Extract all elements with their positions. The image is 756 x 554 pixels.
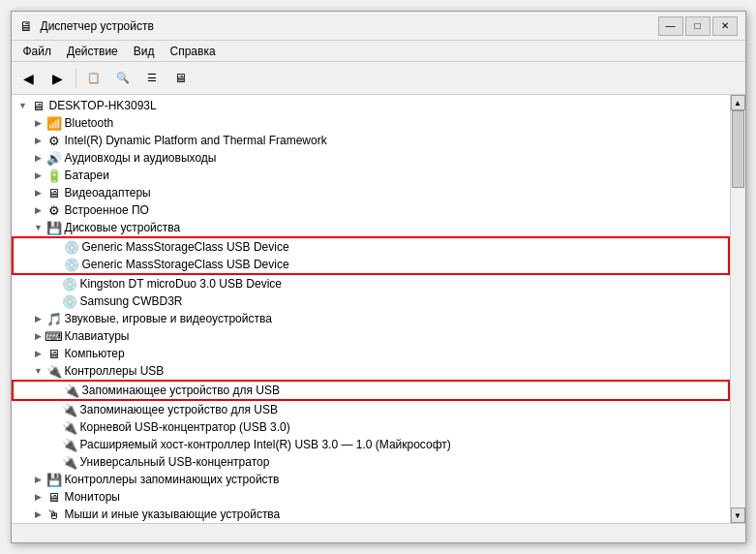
usb-expander[interactable]: ▼ [31, 363, 46, 379]
tree-item-generic-usb-1[interactable]: 💿 Generic MassStorageClass USB Device [14, 238, 728, 256]
storage-ctrl-icon: 💾 [46, 472, 62, 487]
scrollbar-track[interactable] [731, 110, 745, 508]
tree-item-usb-storage-2[interactable]: 🔌 Запоминающее устройство для USB [12, 401, 730, 418]
tree-item-generic-usb-2[interactable]: 💿 Generic MassStorageClass USB Device [14, 256, 728, 273]
menu-help[interactable]: Справка [163, 43, 224, 60]
tree-item-kingston[interactable]: 💿 Kingston DT microDuo 3.0 USB Device [12, 275, 730, 292]
tree-item-usb-storage-1[interactable]: 🔌 Запоминающее устройство для USB [14, 382, 728, 399]
menu-file[interactable]: Файл [15, 43, 60, 60]
disk-icon: 💾 [46, 220, 62, 235]
tree-item-batteries[interactable]: ▶ 🔋 Батареи [12, 167, 730, 184]
window-icon: 🖥 [19, 18, 35, 34]
toolbar-refresh-button[interactable]: 🔍 [109, 66, 136, 91]
usb-icon: 🔌 [46, 363, 62, 379]
toolbar: ◀ ▶ 📋 🔍 ☰ 🖥 [12, 62, 745, 95]
bluetooth-label: Bluetooth [65, 116, 114, 130]
title-bar: 🖥 Диспетчер устройств — □ ✕ [12, 12, 745, 41]
sound-icon: 🎵 [46, 311, 62, 326]
tree-root[interactable]: ▼ 🖥 DESKTOP-HK3093L [12, 97, 730, 114]
kingston-expander [46, 276, 62, 292]
tree-item-firmware[interactable]: ▶ ⚙ Встроенное ПО [12, 201, 730, 219]
usb-hub-icon: 🔌 [62, 454, 77, 470]
video-icon: 🖥 [46, 185, 62, 200]
minimize-button[interactable]: — [658, 16, 683, 36]
toolbar-back-button[interactable]: ◀ [15, 66, 43, 91]
tree-item-audio[interactable]: ▶ 🔊 Аудиовходы и аудиовыходы [12, 149, 730, 167]
root-icon: 🖥 [31, 98, 46, 113]
sound-expander[interactable]: ▶ [31, 311, 46, 326]
batteries-expander[interactable]: ▶ [31, 168, 46, 183]
samsung-expander [46, 293, 62, 309]
usb-hub-expander [46, 454, 62, 470]
audio-expander[interactable]: ▶ [31, 150, 46, 166]
tree-item-mice[interactable]: ▶ 🖱 Мыши и иные указывающие устройства [12, 506, 730, 523]
root-label: DESKTOP-HK3093L [49, 99, 157, 112]
tree-item-computer[interactable]: ▶ 🖥 Компьютер [12, 345, 730, 362]
storage-ctrl-label: Контроллеры запоминающих устройств [65, 473, 280, 486]
tree-item-video[interactable]: ▶ 🖥 Видеоадаптеры [12, 184, 730, 201]
tree-item-usb-root-hub[interactable]: 🔌 Корневой USB-концентратор (USB 3.0) [12, 418, 730, 436]
usb-storage2-label: Запоминающее устройство для USB [80, 403, 278, 416]
kingston-icon: 💿 [62, 276, 77, 292]
tree-item-usb-hub[interactable]: 🔌 Универсальный USB-концентратор [12, 453, 730, 471]
computer-label: Компьютер [65, 347, 125, 360]
close-button[interactable]: ✕ [712, 16, 738, 36]
monitors-expander[interactable]: ▶ [31, 489, 46, 505]
toolbar-forward-button[interactable]: ▶ [45, 66, 72, 91]
scrollbar-up-button[interactable]: ▲ [731, 95, 745, 110]
intel-icon: ⚙ [46, 133, 62, 148]
tree-item-samsung[interactable]: 💿 Samsung CWBD3R [12, 292, 730, 310]
mice-icon: 🖱 [46, 507, 62, 522]
scrollbar-thumb[interactable] [732, 110, 744, 188]
usb-storage2-expander [46, 402, 62, 417]
audio-label: Аудиовходы и аудиовыходы [65, 151, 217, 165]
generic1-icon: 💿 [64, 239, 79, 255]
firmware-icon: ⚙ [46, 202, 62, 218]
toolbar-view-button[interactable]: ☰ [138, 66, 166, 91]
video-label: Видеоадаптеры [65, 186, 151, 200]
disk-expander[interactable]: ▼ [31, 220, 46, 235]
monitors-icon: 🖥 [46, 489, 62, 505]
tree-item-disk-devices[interactable]: ▼ 💾 Дисковые устройства [12, 219, 730, 236]
toolbar-monitor-button[interactable]: 🖥 [167, 66, 195, 91]
tree-item-monitors[interactable]: ▶ 🖥 Мониторы [12, 488, 730, 506]
usb-hub-label: Универсальный USB-концентратор [80, 455, 270, 469]
highlighted-disk-group: 💿 Generic MassStorageClass USB Device 💿 … [12, 236, 730, 275]
usb-root-label: Корневой USB-концентратор (USB 3.0) [80, 420, 290, 434]
tree-item-bluetooth[interactable]: ▶ 📶 Bluetooth [12, 114, 730, 132]
mice-label: Мыши и иные указывающие устройства [65, 508, 281, 521]
vertical-scrollbar[interactable]: ▲ ▼ [730, 95, 745, 523]
generic2-expander [48, 257, 64, 272]
storage-ctrl-expander[interactable]: ▶ [31, 472, 46, 487]
intel-expander[interactable]: ▶ [31, 133, 46, 148]
bluetooth-expander[interactable]: ▶ [31, 115, 46, 131]
intel-label: Intel(R) Dynamic Platform and Thermal Fr… [65, 134, 327, 147]
scrollbar-down-button[interactable]: ▼ [731, 508, 745, 523]
maximize-button[interactable]: □ [685, 16, 711, 36]
root-expander[interactable]: ▼ [15, 98, 31, 113]
mice-expander[interactable]: ▶ [31, 507, 46, 522]
intel-usb-icon: 🔌 [62, 437, 77, 452]
tree-item-keyboards[interactable]: ▶ ⌨ Клавиатуры [12, 327, 730, 345]
tree-item-intel-usb-host[interactable]: 🔌 Расширяемый хост-контроллер Intel(R) U… [12, 436, 730, 453]
usb-storage1-icon: 🔌 [64, 383, 79, 398]
samsung-label: Samsung CWBD3R [80, 294, 183, 308]
usb-root-icon: 🔌 [62, 419, 77, 435]
toolbar-properties-button[interactable]: 📋 [80, 66, 107, 91]
highlighted-usb-storage: 🔌 Запоминающее устройство для USB [12, 380, 730, 401]
menu-view[interactable]: Вид [126, 43, 163, 60]
generic2-label: Generic MassStorageClass USB Device [82, 258, 289, 271]
device-tree[interactable]: ▼ 🖥 DESKTOP-HK3093L ▶ 📶 Bluetooth ▶ ⚙ In… [12, 95, 730, 523]
menu-action[interactable]: Действие [59, 43, 126, 60]
kingston-label: Kingston DT microDuo 3.0 USB Device [80, 277, 283, 291]
window-controls: — □ ✕ [658, 16, 738, 36]
keyboards-icon: ⌨ [46, 328, 62, 344]
computer-expander[interactable]: ▶ [31, 346, 46, 361]
firmware-expander[interactable]: ▶ [31, 202, 46, 218]
intel-usb-expander [46, 437, 62, 452]
tree-item-storage-controllers[interactable]: ▶ 💾 Контроллеры запоминающих устройств [12, 471, 730, 488]
tree-item-usb-controllers[interactable]: ▼ 🔌 Контроллеры USB [12, 362, 730, 380]
tree-item-sound[interactable]: ▶ 🎵 Звуковые, игровые и видеоустройства [12, 310, 730, 327]
video-expander[interactable]: ▶ [31, 185, 46, 200]
tree-item-intel-platform[interactable]: ▶ ⚙ Intel(R) Dynamic Platform and Therma… [12, 132, 730, 149]
